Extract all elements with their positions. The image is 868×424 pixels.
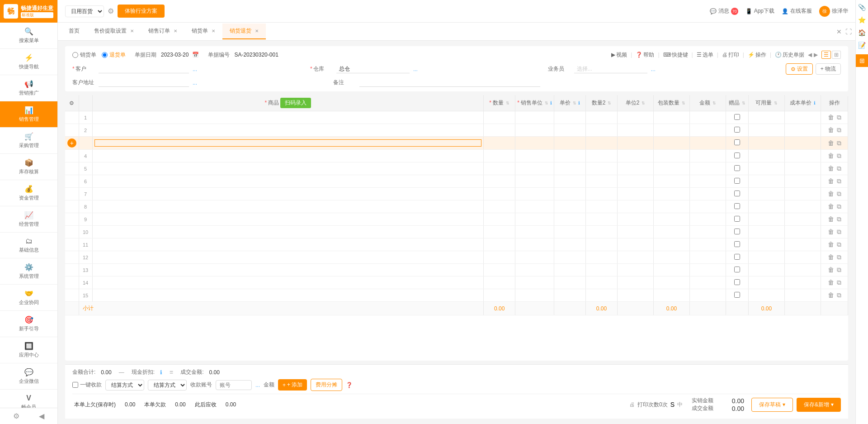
row3-qty[interactable] <box>484 137 515 150</box>
row13-copy-btn[interactable]: ⧉ <box>837 266 841 274</box>
row14-gift-checkbox[interactable] <box>734 279 740 285</box>
message-btn[interactable]: 💬 消息 70 <box>710 7 738 15</box>
row12-gift-checkbox[interactable] <box>734 254 740 260</box>
row1-gift[interactable] <box>726 111 749 124</box>
row3-add-btn-cell[interactable]: + <box>65 137 79 150</box>
sidebar-item-wechat[interactable]: 💬 企业微信 <box>0 363 57 390</box>
row3-gift-checkbox[interactable] <box>734 139 740 145</box>
right-panel-icon3[interactable]: 🏠 <box>858 29 866 36</box>
sidebar-item-member[interactable]: V 畅会员 <box>0 390 57 408</box>
save-new-btn[interactable]: 保存&新增 ▾ <box>797 398 841 412</box>
one-key-payment-checkbox[interactable]: 一键收款 <box>72 381 102 389</box>
row7-gift-checkbox[interactable] <box>734 191 740 196</box>
row2-price[interactable] <box>554 124 586 137</box>
row7-copy-btn[interactable]: ⧉ <box>837 190 841 198</box>
row5-copy-btn[interactable]: ⧉ <box>837 165 841 172</box>
sidebar-item-purchase[interactable]: 🛒 采购管理 <box>0 128 57 154</box>
radio-return[interactable]: 退货单 <box>102 51 126 59</box>
tab-price-extract[interactable]: 售价提取设置 ✕ <box>87 24 141 39</box>
unit-info-icon[interactable]: ℹ <box>550 100 552 105</box>
row2-delete-btn[interactable]: 🗑 <box>828 126 834 134</box>
right-panel-icon2[interactable]: ⭐ <box>858 16 866 24</box>
sidebar-item-search[interactable]: 🔍 搜索菜单 <box>0 23 57 49</box>
row2-product[interactable] <box>92 124 484 137</box>
row1-delete-btn[interactable]: 🗑 <box>828 114 834 121</box>
unit2-sort-icon[interactable]: ⇅ <box>642 101 645 105</box>
fee-split-btn[interactable]: 费用分摊 <box>311 379 342 391</box>
tab-close-sales-shipment[interactable]: ✕ <box>212 29 215 33</box>
qty2-sort-icon[interactable]: ⇅ <box>608 101 611 105</box>
row12-delete-btn[interactable]: 🗑 <box>828 253 834 261</box>
radio-shipment[interactable]: 销货单 <box>72 51 96 59</box>
tab-sales-order[interactable]: 销售订单 ✕ <box>141 24 184 39</box>
row4-gift-checkbox[interactable] <box>734 152 740 158</box>
customer-lookup-btn[interactable]: ... <box>193 66 197 72</box>
toolbar-operate-btn[interactable]: ⚡ 操作 <box>748 51 766 59</box>
row10-copy-btn[interactable]: ⧉ <box>837 228 841 236</box>
tab-sales-return[interactable]: 销货退货 ✕ <box>222 24 266 39</box>
row1-unit2[interactable] <box>618 111 654 124</box>
row1-unit[interactable] <box>515 111 554 124</box>
row1-product[interactable] <box>92 111 484 124</box>
toolbar-print-btn[interactable]: 🖨 打印 <box>722 51 739 59</box>
sidebar-item-cooperation[interactable]: 🤝 企业协同 <box>0 285 57 311</box>
price-sort-icon[interactable]: ⇅ <box>573 101 576 105</box>
topbar-settings-icon[interactable]: ⚙ <box>108 7 114 15</box>
row15-delete-btn[interactable]: 🗑 <box>828 291 834 299</box>
row1-qty2[interactable] <box>586 111 618 124</box>
row13-delete-btn[interactable]: 🗑 <box>828 266 834 274</box>
sidebar-item-apps[interactable]: 🔲 应用中心 <box>0 337 57 363</box>
unit-sort-icon[interactable]: ⇅ <box>545 101 548 105</box>
row2-qty[interactable] <box>484 124 515 137</box>
avail-sort-icon[interactable]: ⇅ <box>774 101 778 105</box>
row3-gift[interactable] <box>726 137 749 150</box>
settlement-method-select[interactable]: 结算方式 <box>105 380 144 391</box>
row5-delete-btn[interactable]: 🗑 <box>828 165 834 172</box>
row14-copy-btn[interactable]: ⧉ <box>837 279 841 286</box>
row8-gift-checkbox[interactable] <box>734 203 740 209</box>
row1-pack[interactable] <box>654 111 690 124</box>
row11-copy-btn[interactable]: ⧉ <box>837 241 841 248</box>
toolbar-video-btn[interactable]: ▶ 视频 <box>611 51 627 59</box>
row2-copy-btn[interactable]: ⧉ <box>837 126 841 134</box>
add-row-btn[interactable]: + <box>67 138 76 148</box>
gift-sort-icon[interactable]: ⇅ <box>742 101 745 105</box>
row12-copy-btn[interactable]: ⧉ <box>837 253 841 261</box>
row3-product[interactable] <box>92 137 484 150</box>
qty-sort-icon[interactable]: ⇅ <box>506 101 509 105</box>
row3-price[interactable] <box>554 137 586 150</box>
gear-icon[interactable]: ⚙ <box>69 100 74 106</box>
row2-pack[interactable] <box>654 124 690 137</box>
right-panel-icon1[interactable]: 📎 <box>858 4 866 11</box>
row3-unit[interactable] <box>515 137 554 150</box>
sidebar-item-guide[interactable]: 🎯 新手引导 <box>0 311 57 337</box>
toolbar-history-btn[interactable]: 🕐 历史单据 <box>775 51 804 59</box>
sidebar-item-system[interactable]: ⚙️ 系统管理 <box>0 258 57 285</box>
remark-input[interactable] <box>359 78 540 87</box>
sidebar-settings-btn[interactable]: ⚙ <box>13 412 19 420</box>
row3-copy-btn[interactable]: ⧉ <box>837 139 841 147</box>
row5-gift-checkbox[interactable] <box>734 165 740 171</box>
row2-avail[interactable] <box>749 124 785 137</box>
row4-copy-btn[interactable]: ⧉ <box>837 152 841 160</box>
row8-delete-btn[interactable]: 🗑 <box>828 203 834 210</box>
row3-cost[interactable] <box>785 137 821 150</box>
row3-qty2[interactable] <box>586 137 618 150</box>
row13-gift-checkbox[interactable] <box>734 267 740 272</box>
grid-view-btn[interactable]: ⊞ <box>832 51 841 59</box>
row2-qty2[interactable] <box>586 124 618 137</box>
address-input[interactable] <box>99 78 189 87</box>
row1-copy-btn[interactable]: ⧉ <box>837 114 841 121</box>
calc-method-select[interactable]: 结算方式 <box>148 380 187 391</box>
row3-product-input[interactable] <box>94 139 482 147</box>
fee-help-icon[interactable]: ❓ <box>346 382 353 388</box>
toolbar-help-btn[interactable]: ❓ 帮助 <box>636 51 654 59</box>
radio-shipment-input[interactable] <box>72 52 78 58</box>
calendar-icon[interactable]: 📅 <box>192 52 199 58</box>
row3-pack[interactable] <box>654 137 690 150</box>
save-draft-btn[interactable]: 保存草稿 ▾ <box>751 398 793 412</box>
agent-lookup-btn[interactable]: ... <box>651 66 656 72</box>
sidebar-item-sales[interactable]: 📊 销售管理 <box>0 101 57 128</box>
row2-cost[interactable] <box>785 124 821 137</box>
settings-btn[interactable]: ⚙ 设置 <box>786 63 813 75</box>
